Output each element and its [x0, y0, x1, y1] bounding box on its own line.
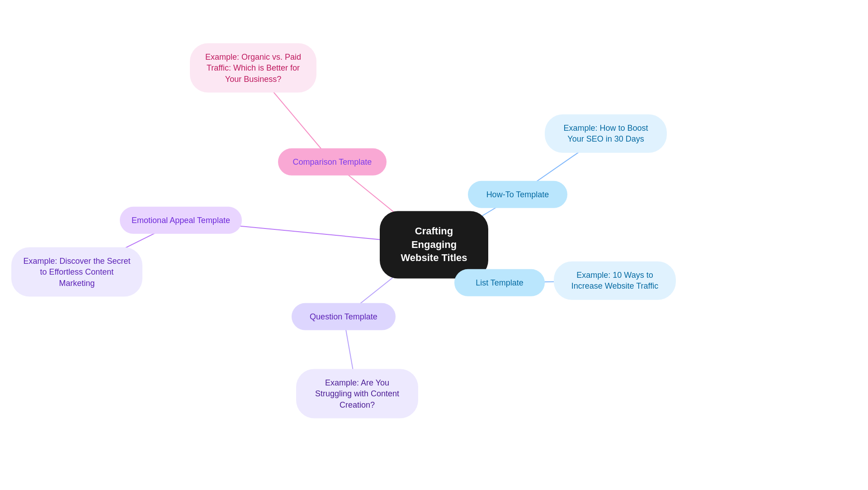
node-list[interactable]: List Template	[454, 269, 545, 296]
node-label-comparison: Comparison Template	[293, 157, 372, 167]
node-howto-example[interactable]: Example: How to Boost Your SEO in 30 Day…	[545, 114, 667, 153]
node-comparison-example[interactable]: Example: Organic vs. Paid Traffic: Which…	[190, 43, 316, 93]
node-emotional-example[interactable]: Example: Discover the Secret to Effortle…	[11, 247, 142, 297]
node-label-emotional: Emotional Appeal Template	[132, 215, 230, 226]
node-question-example[interactable]: Example: Are You Struggling with Content…	[296, 369, 418, 419]
node-label-comparison-example: Example: Organic vs. Paid Traffic: Which…	[201, 52, 306, 85]
node-label-emotional-example: Example: Discover the Secret to Effortle…	[22, 256, 132, 289]
node-label-list: List Template	[476, 277, 524, 288]
mindmap-canvas: Crafting Engaging Website TitlesComparis…	[0, 0, 868, 490]
node-label-howto-example: Example: How to Boost Your SEO in 30 Day…	[556, 123, 656, 145]
node-label-question: Question Template	[310, 311, 377, 322]
node-label-list-example: Example: 10 Ways to Increase Website Tra…	[565, 270, 665, 292]
node-label-question-example: Example: Are You Struggling with Content…	[307, 377, 407, 410]
node-list-example[interactable]: Example: 10 Ways to Increase Website Tra…	[554, 262, 676, 300]
node-comparison[interactable]: Comparison Template	[278, 148, 387, 176]
node-center[interactable]: Crafting Engaging Website Titles	[380, 211, 488, 278]
node-label-center: Crafting Engaging Website Titles	[392, 224, 476, 265]
node-label-howto: How-To Template	[486, 189, 549, 200]
node-howto[interactable]: How-To Template	[468, 181, 567, 208]
node-question[interactable]: Question Template	[292, 303, 396, 330]
node-emotional[interactable]: Emotional Appeal Template	[120, 207, 242, 234]
